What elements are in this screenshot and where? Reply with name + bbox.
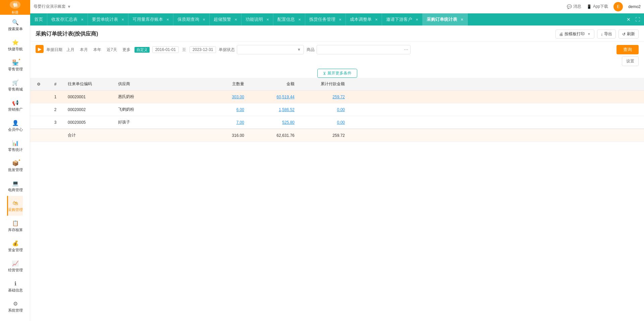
sidebar-item-wholesale-mgmt[interactable]: 📦批发管理 bbox=[7, 156, 23, 176]
cell-amount-1[interactable]: 1,586.52 bbox=[248, 103, 299, 116]
tab-close-expiry-query[interactable]: ✕ bbox=[203, 18, 205, 21]
cell-qty-2[interactable]: 7.00 bbox=[198, 116, 248, 129]
nav-tab-order-summary[interactable]: 要货单统计表✕ bbox=[88, 13, 128, 25]
user-avatar[interactable]: E bbox=[613, 2, 623, 11]
close-tab-icon[interactable]: ✕ bbox=[625, 16, 632, 23]
sidebar-item-retail-mgmt[interactable]: 🏪零售管理 bbox=[7, 55, 23, 75]
settings-icon[interactable]: ⚙ bbox=[37, 82, 41, 87]
sidebar-icon-system-mgmt: ⚙ bbox=[13, 301, 18, 307]
sidebar-item-inventory[interactable]: 📋库存核算 bbox=[7, 216, 23, 236]
nav-tab-home[interactable]: 首页 bbox=[30, 13, 47, 25]
tab-close-receive-summary[interactable]: ✕ bbox=[81, 18, 84, 21]
print-button[interactable]: 🖨 按模板打印 ▼ bbox=[555, 30, 594, 39]
shortcut-this-year[interactable]: 本年 bbox=[91, 46, 103, 53]
filter-section: ▶ 单据日期 上月 本月 本年 近7天 更多 自定义 2016-01-01 bbox=[30, 42, 644, 66]
expand-icon: ⊻ bbox=[323, 71, 326, 76]
nav-tab-invite-downstream[interactable]: 邀请下游客户✕ bbox=[382, 13, 423, 25]
footer-empty3 bbox=[114, 129, 198, 142]
tab-label-inventory-book: 可用量库存账本 bbox=[132, 16, 163, 22]
goods-more-dots[interactable]: ··· bbox=[402, 47, 410, 53]
expand-more-button[interactable]: ⊻ 展开更多条件 bbox=[317, 69, 357, 78]
cell-qty-1[interactable]: 6.00 bbox=[198, 103, 248, 116]
export-button[interactable]: ↓ 导出 bbox=[597, 30, 616, 39]
footer-label: 合计 bbox=[64, 129, 114, 142]
cell-extra-1 bbox=[349, 103, 644, 116]
sidebar-item-system-mgmt[interactable]: ⚙系统管理 bbox=[7, 296, 23, 316]
app-icon: 📱 bbox=[587, 4, 592, 9]
breadcrumb-arrow[interactable]: ▼ bbox=[67, 4, 71, 9]
sidebar-item-purchase-mgmt[interactable]: 🛍采购管理 bbox=[7, 196, 23, 216]
tab-close-pick-task[interactable]: ✕ bbox=[339, 18, 341, 21]
cell-amount-0[interactable]: 60,519.44 bbox=[248, 91, 299, 103]
sidebar-item-marketing[interactable]: 📢营销推广 bbox=[7, 95, 23, 115]
shortcut-this-month[interactable]: 本月 bbox=[78, 46, 90, 53]
status-select[interactable]: ▼ bbox=[237, 45, 304, 54]
query-button[interactable]: 查询 bbox=[616, 45, 639, 54]
sidebar-item-retail-stats[interactable]: 📊零售统计 bbox=[7, 136, 23, 156]
table-row: 3 00020005 好孩子 7.00 525.80 0.00 bbox=[30, 116, 644, 129]
tab-close-order-summary[interactable]: ✕ bbox=[121, 18, 124, 21]
nav-tab-overstock-alert[interactable]: 超储预警✕ bbox=[210, 13, 241, 25]
filter-settings-button[interactable]: 设置 bbox=[622, 56, 639, 66]
cell-paid-0[interactable]: 259.72 bbox=[299, 91, 349, 103]
sidebar: 畅 标题 🔍搜索菜单⭐快捷导航🏪零售管理🛒零售商城📢营销推广👤会员中心📊零售统计… bbox=[0, 0, 30, 321]
topbar-app-download[interactable]: 📱 App下载 bbox=[587, 4, 608, 9]
status-filter: 单据状态 ▼ bbox=[219, 45, 304, 54]
expand-more-section: ⊻ 展开更多条件 bbox=[30, 69, 644, 78]
filter-toggle-button[interactable]: ▶ bbox=[36, 45, 44, 53]
nav-tab-func-desc[interactable]: 功能说明✕ bbox=[241, 13, 273, 25]
fullscreen-icon[interactable]: ⛶ bbox=[634, 16, 641, 23]
sidebar-item-retail-shop[interactable]: 🛒零售商城 bbox=[7, 75, 23, 95]
tab-label-func-desc: 功能说明 bbox=[246, 16, 263, 22]
date-to[interactable]: 2023-12-31 bbox=[190, 46, 216, 53]
refresh-label: 刷新 bbox=[627, 31, 635, 37]
sidebar-item-finance[interactable]: 💰资金管理 bbox=[7, 236, 23, 256]
shortcut-more[interactable]: 更多 bbox=[120, 46, 132, 53]
topbar-message[interactable]: 💬 消息 bbox=[567, 4, 581, 9]
date-from[interactable]: 2016-01-01 bbox=[152, 46, 179, 53]
cell-paid-2[interactable]: 0.00 bbox=[299, 116, 349, 129]
cell-qty-0[interactable]: 303.00 bbox=[198, 91, 248, 103]
sidebar-item-search[interactable]: 🔍搜索菜单 bbox=[7, 15, 23, 35]
sidebar-item-enterprise[interactable]: 🤝企业协同 bbox=[7, 316, 23, 321]
sidebar-label-ecommerce: 电商管理 bbox=[8, 188, 23, 193]
cell-supplier-1: 飞鹤奶粉 bbox=[114, 103, 198, 116]
col-header-supplier: 供应商 bbox=[114, 78, 198, 91]
nav-tab-inventory-book[interactable]: 可用量库存账本✕ bbox=[128, 13, 173, 25]
shortcut-7days[interactable]: 近7天 bbox=[105, 46, 119, 53]
nav-tab-pick-task[interactable]: 拣货任务管理✕ bbox=[305, 13, 346, 25]
cell-amount-2[interactable]: 525.80 bbox=[248, 116, 299, 129]
tab-close-func-desc[interactable]: ✕ bbox=[266, 18, 269, 21]
tab-close-config-info[interactable]: ✕ bbox=[298, 18, 301, 21]
nav-tab-config-info[interactable]: 配置信息✕ bbox=[273, 13, 305, 25]
nav-tab-receive-summary[interactable]: 收发存汇总表✕ bbox=[47, 13, 88, 25]
tab-close-invite-downstream[interactable]: ✕ bbox=[416, 18, 418, 21]
goods-input[interactable] bbox=[317, 47, 402, 52]
tab-close-cost-adjust[interactable]: ✕ bbox=[375, 18, 378, 21]
refresh-button[interactable]: ↺ 刷新 bbox=[619, 30, 639, 39]
tab-close-purchase-summary[interactable]: ✕ bbox=[461, 18, 463, 21]
date-shortcuts: 上月 本月 本年 近7天 更多 bbox=[64, 46, 132, 53]
tab-close-inventory-book[interactable]: ✕ bbox=[166, 18, 169, 21]
cell-paid-1[interactable]: 0.00 bbox=[299, 103, 349, 116]
col-header-amount: 金额 bbox=[248, 78, 299, 91]
nav-tab-purchase-summary[interactable]: 采购订单统计表✕ bbox=[423, 13, 468, 25]
table-footer: 合计 316.00 62,631.76 259.72 bbox=[30, 129, 644, 142]
nav-tab-cost-adjust[interactable]: 成本调整单✕ bbox=[346, 13, 382, 25]
username-label[interactable]: demo2 bbox=[628, 4, 641, 9]
sidebar-item-quick-nav[interactable]: ⭐快捷导航 bbox=[7, 35, 23, 55]
col-header-extra bbox=[349, 78, 644, 91]
sidebar-item-ecommerce[interactable]: 💻电商管理 bbox=[7, 176, 23, 196]
sidebar-item-basic-info[interactable]: ℹ基础信息 bbox=[7, 276, 23, 296]
sidebar-item-member-center[interactable]: 👤会员中心 bbox=[7, 115, 23, 136]
sidebar-item-operations[interactable]: 📈经营管理 bbox=[7, 256, 23, 276]
nav-tab-expiry-query[interactable]: 保质期查询✕ bbox=[173, 13, 210, 25]
logo-icon: 畅 bbox=[9, 0, 21, 9]
app-logo[interactable]: 畅 标题 bbox=[0, 0, 30, 15]
tab-close-overstock-alert[interactable]: ✕ bbox=[234, 18, 237, 21]
app-label: App下载 bbox=[593, 4, 608, 9]
status-select-arrow: ▼ bbox=[297, 47, 301, 52]
message-icon: 💬 bbox=[567, 4, 572, 9]
shortcut-last-month[interactable]: 上月 bbox=[64, 46, 76, 53]
col-header-settings[interactable]: ⚙ bbox=[30, 78, 47, 91]
